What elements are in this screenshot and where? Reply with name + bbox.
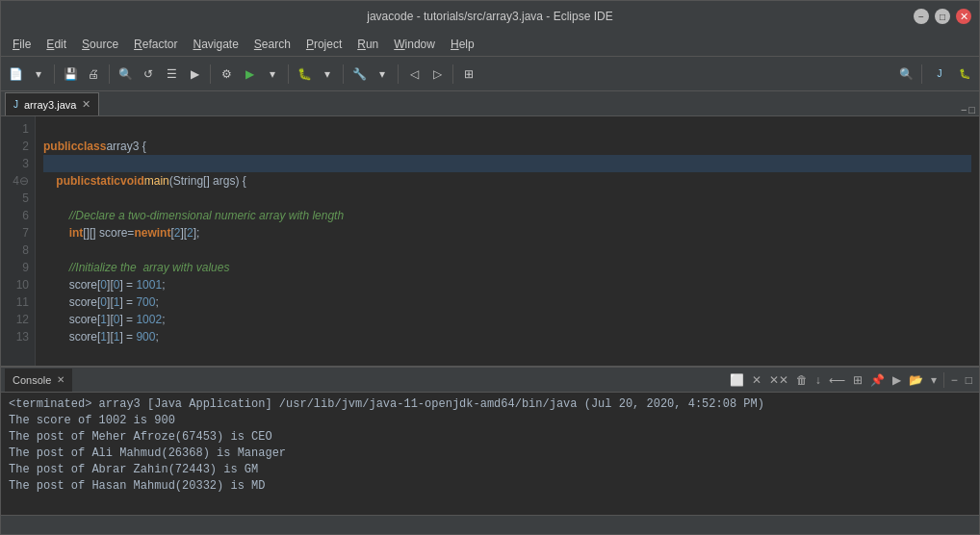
code-line-9: //Initialize the array with values [43, 259, 971, 276]
debug-dropdown-btn[interactable]: ▾ [317, 64, 338, 85]
editor-maximize-btn[interactable]: □ [968, 104, 975, 115]
code-line-6: //Declare a two-dimensional numeric arra… [43, 207, 971, 224]
minimize-button[interactable]: − [914, 9, 929, 24]
editor-tab-array3[interactable]: J array3.java ✕ [5, 92, 99, 115]
print-btn[interactable]: 🖨 [83, 64, 104, 85]
console-minimize-btn[interactable]: − [948, 371, 961, 389]
line-num-13: 13 [7, 328, 29, 345]
refresh-btn[interactable]: ↺ [138, 64, 159, 85]
menu-refactor[interactable]: Refactor [126, 36, 185, 53]
console-dropdown-btn[interactable]: ▾ [928, 371, 940, 389]
console-new-console-btn[interactable]: ⊞ [850, 371, 865, 389]
console-terminate-remove-btn[interactable]: ✕✕ [766, 371, 791, 389]
search-btn[interactable]: 🔍 [115, 64, 136, 85]
code-line-13: score[1][1] = 900; [43, 328, 971, 345]
menu-navigate[interactable]: Navigate [185, 36, 245, 53]
line-num-6: 6 [7, 207, 29, 224]
next-edit-btn[interactable]: ▷ [426, 64, 448, 85]
toolbar-sep-1 [54, 64, 55, 84]
console-terminate-btn[interactable]: ✕ [749, 371, 764, 389]
tab-bar: J array3.java ✕ − □ [1, 91, 979, 116]
menu-file[interactable]: File [5, 36, 39, 53]
code-line-7: int[][] score=new int[2][2]; [43, 224, 971, 242]
console-word-wrap-btn[interactable]: ⟵ [826, 371, 848, 389]
run-dropdown-btn[interactable]: ▾ [262, 64, 283, 85]
code-line-3 [43, 155, 971, 172]
prev-edit-btn[interactable]: ◁ [403, 64, 425, 85]
menu-source[interactable]: Source [74, 36, 126, 53]
line-num-11: 11 [7, 293, 29, 311]
run-btn[interactable]: ▶ [239, 64, 260, 85]
code-line-4: public static void main(String[] args) { [43, 172, 971, 190]
code-line-11: score[0][1] = 700; [43, 293, 971, 311]
ext-dropdown-btn[interactable]: ▾ [372, 64, 393, 85]
toolbar-sep-7 [452, 64, 453, 84]
console-tab-label: Console [13, 374, 51, 386]
line-num-9: 9 [7, 259, 29, 276]
close-button[interactable]: ✕ [956, 9, 971, 24]
menu-edit[interactable]: Edit [39, 36, 74, 53]
console-output[interactable]: <terminated> array3 [Java Application] /… [1, 393, 979, 515]
ide-window: javacode - tutorials/src/array3.java - E… [0, 0, 980, 535]
menu-help[interactable]: Help [443, 36, 482, 53]
java-file-icon: J [13, 99, 18, 110]
editor-minimize-btn[interactable]: − [961, 104, 967, 115]
menu-project[interactable]: Project [298, 36, 349, 53]
console-terminated-line: <terminated> array3 [Java Application] /… [9, 396, 971, 413]
editor-area: J array3.java ✕ − □ 1 2 3 4⊖ 5 6 7 8 9 1… [1, 91, 979, 366]
next-btn[interactable]: ▶ [184, 64, 205, 85]
code-line-1 [43, 120, 971, 138]
move-btn[interactable]: ☰ [161, 64, 182, 85]
code-line-8 [43, 242, 971, 259]
code-line-10: score[0][0] = 1001; [43, 276, 971, 293]
line-num-4: 4⊖ [7, 172, 29, 190]
toolbar-right: 🔍 J 🐛 [895, 64, 975, 85]
toolbar-sep-8 [921, 64, 922, 84]
editor-body: 1 2 3 4⊖ 5 6 7 8 9 10 11 12 13 public cl… [1, 116, 979, 366]
console-tab-close[interactable]: ✕ [57, 374, 64, 385]
status-bar [1, 515, 979, 534]
code-line-12: score[1][0] = 1002; [43, 311, 971, 328]
console-tab-bar: Console ✕ ⬜ ✕ ✕✕ 🗑 ↓ ⟵ ⊞ 📌 ▶ 📂 ▾ − □ [1, 368, 979, 393]
console-panel: Console ✕ ⬜ ✕ ✕✕ 🗑 ↓ ⟵ ⊞ 📌 ▶ 📂 ▾ − □ <t [1, 366, 979, 515]
search-global-btn[interactable]: 🔍 [895, 64, 916, 85]
toolbar-dropdown1[interactable]: ▾ [28, 64, 49, 85]
console-output-line-5: The post of Hasan Mahmud(20332) is MD [9, 478, 971, 495]
tab-close-btn[interactable]: ✕ [82, 98, 90, 111]
console-clear-btn[interactable]: ⬜ [727, 371, 747, 389]
menu-search[interactable]: Search [246, 36, 298, 53]
menu-window[interactable]: Window [386, 36, 443, 53]
console-sep-1 [943, 372, 944, 388]
save-btn[interactable]: 💾 [60, 64, 81, 85]
new-file-btn[interactable]: 📄 [5, 64, 26, 85]
menu-bar: File Edit Source Refactor Navigate Searc… [1, 32, 979, 57]
menu-run[interactable]: Run [349, 36, 386, 53]
maximize-button[interactable]: □ [935, 9, 950, 24]
console-display-selected-btn[interactable]: ▶ [890, 371, 904, 389]
debug-btn[interactable]: 🐛 [294, 64, 315, 85]
console-output-line-2: The post of Meher Afroze(67453) is CEO [9, 429, 971, 446]
console-auto-scroll-btn[interactable]: ↓ [812, 371, 824, 389]
toolbar-sep-6 [398, 64, 399, 84]
console-maximize-btn[interactable]: □ [963, 371, 975, 389]
perspective-java-btn[interactable]: J [927, 64, 952, 85]
debug-config-btn[interactable]: ⚙ [216, 64, 237, 85]
line-num-10: 10 [7, 276, 29, 293]
console-output-line-4: The post of Abrar Zahin(72443) is GM [9, 462, 971, 478]
tab-filename: array3.java [24, 99, 76, 111]
console-open-file-btn[interactable]: 📂 [906, 371, 926, 389]
line-num-8: 8 [7, 242, 29, 259]
ext-tools-btn[interactable]: 🔧 [348, 64, 370, 85]
line-num-5: 5 [7, 190, 29, 207]
toolbar-sep-5 [343, 64, 344, 84]
code-content[interactable]: public class array3 { public static void… [36, 116, 979, 366]
line-num-1: 1 [7, 120, 29, 138]
window-controls: − □ ✕ [914, 9, 971, 24]
code-line-2: public class array3 { [43, 138, 971, 155]
perspective-debug-btn[interactable]: 🐛 [954, 64, 975, 85]
console-actions: ⬜ ✕ ✕✕ 🗑 ↓ ⟵ ⊞ 📌 ▶ 📂 ▾ − □ [727, 371, 975, 389]
console-tab[interactable]: Console ✕ [5, 369, 72, 392]
open-perspective-btn[interactable]: ⊞ [458, 64, 479, 85]
console-remove-launch-btn[interactable]: 🗑 [793, 371, 811, 389]
console-pin-btn[interactable]: 📌 [867, 371, 888, 389]
